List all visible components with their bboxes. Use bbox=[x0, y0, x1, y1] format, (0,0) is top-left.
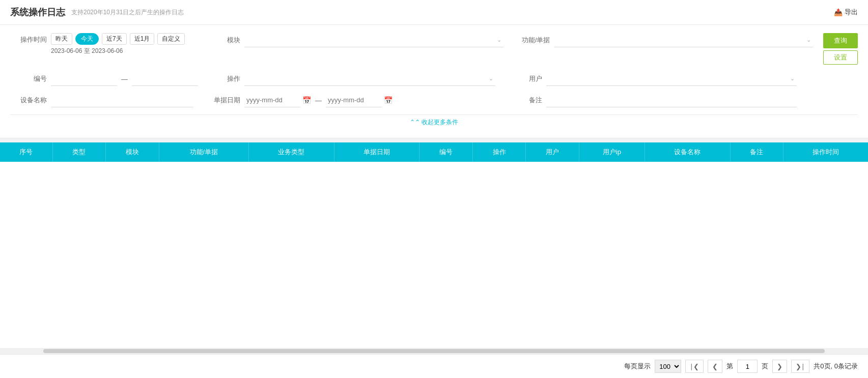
col-device: 设备名称 bbox=[645, 142, 730, 162]
action-buttons: 查询 设置 bbox=[823, 33, 858, 65]
number-label: 编号 bbox=[10, 74, 51, 83]
operation-filter: 操作 ⌄ bbox=[204, 72, 495, 86]
export-label: 导出 bbox=[845, 8, 858, 17]
query-button[interactable]: 查询 bbox=[823, 33, 858, 48]
module-filter: 模块 ⌄ bbox=[204, 33, 503, 47]
page-container: 系统操作日志 支持2020年10月31日之后产生的操作日志 📤 导出 操作时间 … bbox=[0, 0, 868, 378]
col-number: 编号 bbox=[419, 142, 472, 162]
time-buttons: 昨天 今天 近7天 近1月 自定义 bbox=[51, 33, 185, 45]
number-filter: 编号 — bbox=[10, 72, 204, 86]
page-header: 系统操作日志 支持2020年10月31日之后产生的操作日志 📤 导出 bbox=[0, 0, 868, 25]
page-size-wrapper: 100 50 200 bbox=[655, 360, 681, 373]
filter-area: 操作时间 昨天 今天 近7天 近1月 自定义 2023-06-06 至 2023… bbox=[0, 25, 868, 138]
voucher-date-filter: 单据日期 📅 — 📅 bbox=[204, 93, 495, 107]
col-voucher-date: 单据日期 bbox=[334, 142, 419, 162]
voucher-date-start-input[interactable] bbox=[244, 93, 300, 107]
number-end-input[interactable] bbox=[132, 72, 198, 86]
col-function: 功能/单据 bbox=[159, 142, 248, 162]
remark-input[interactable] bbox=[546, 93, 797, 107]
time-filter-wrapper: 昨天 今天 近7天 近1月 自定义 2023-06-06 至 2023-06-0… bbox=[51, 33, 185, 55]
operation-chevron-icon: ⌄ bbox=[489, 75, 493, 82]
settings-button[interactable]: 设置 bbox=[823, 50, 858, 65]
time-btn-custom[interactable]: 自定义 bbox=[157, 33, 185, 45]
function-dropdown[interactable]: ⌄ bbox=[554, 33, 814, 47]
number-start-input[interactable] bbox=[51, 72, 117, 86]
col-type: 类型 bbox=[52, 142, 105, 162]
module-chevron-icon: ⌄ bbox=[497, 37, 501, 43]
collapse-text: 收起更多条件 bbox=[422, 119, 458, 126]
pagination-bar: 每页显示 100 50 200 ∣❮ ❮ 第 页 ❯ ❯∣ 共0页, 0条记录 bbox=[0, 354, 868, 378]
voucher-date-dash: — bbox=[315, 97, 322, 104]
voucher-date-label: 单据日期 bbox=[204, 96, 244, 105]
col-index: 序号 bbox=[0, 142, 52, 162]
function-chevron-icon: ⌄ bbox=[806, 37, 811, 43]
remark-label: 备注 bbox=[506, 96, 546, 105]
number-dash: — bbox=[121, 75, 128, 83]
page-title: 系统操作日志 bbox=[10, 6, 65, 18]
device-input[interactable] bbox=[51, 93, 193, 107]
module-label: 模块 bbox=[204, 36, 244, 45]
scrollbar-thumb bbox=[43, 349, 825, 353]
last-page-button[interactable]: ❯∣ bbox=[791, 360, 809, 373]
prev-page-button[interactable]: ❮ bbox=[708, 360, 722, 373]
operation-label: 操作 bbox=[204, 74, 244, 83]
data-table: 序号 类型 模块 功能/单据 业务类型 单据日期 编号 操作 用户 用户ip 设… bbox=[0, 142, 868, 162]
export-button[interactable]: 📤 导出 bbox=[834, 8, 858, 17]
scrollbar-area[interactable] bbox=[0, 348, 868, 354]
col-operation: 操作 bbox=[472, 142, 525, 162]
first-page-button[interactable]: ∣❮ bbox=[685, 360, 704, 373]
calendar-start-icon[interactable]: 📅 bbox=[302, 96, 311, 104]
device-filter: 设备名称 bbox=[10, 93, 204, 107]
calendar-end-icon[interactable]: 📅 bbox=[384, 96, 393, 104]
voucher-date-end-input[interactable] bbox=[326, 93, 382, 107]
col-user: 用户 bbox=[526, 142, 579, 162]
time-btn-yesterday[interactable]: 昨天 bbox=[51, 33, 72, 45]
next-page-button[interactable]: ❯ bbox=[772, 360, 787, 373]
collapse-bar[interactable]: ⌃⌃ 收起更多条件 bbox=[10, 114, 858, 130]
function-label: 功能/单据 bbox=[514, 36, 554, 45]
table-container: 序号 类型 模块 功能/单据 业务类型 单据日期 编号 操作 用户 用户ip 设… bbox=[0, 142, 868, 195]
time-filter-group: 操作时间 昨天 今天 近7天 近1月 自定义 2023-06-06 至 2023… bbox=[10, 33, 204, 55]
table-header-row: 序号 类型 模块 功能/单据 业务类型 单据日期 编号 操作 用户 用户ip 设… bbox=[0, 142, 868, 162]
function-filter: 功能/单据 ⌄ bbox=[514, 33, 814, 47]
filter-row-1: 操作时间 昨天 今天 近7天 近1月 自定义 2023-06-06 至 2023… bbox=[10, 33, 858, 65]
page-input[interactable] bbox=[737, 360, 758, 373]
header-left: 系统操作日志 支持2020年10月31日之后产生的操作日志 bbox=[10, 6, 184, 18]
page-subtitle: 支持2020年10月31日之后产生的操作日志 bbox=[71, 8, 184, 17]
voucher-date-end-wrapper: 📅 bbox=[326, 93, 393, 107]
col-biz-type: 业务类型 bbox=[249, 142, 334, 162]
user-filter: 用户 ⌄ bbox=[506, 72, 797, 86]
col-op-time: 操作时间 bbox=[783, 142, 868, 162]
total-text: 共0页, 0条记录 bbox=[814, 362, 858, 371]
page-size-select[interactable]: 100 50 200 bbox=[655, 360, 681, 373]
module-dropdown[interactable]: ⌄ bbox=[244, 33, 503, 47]
page-size-label: 每页显示 bbox=[624, 362, 651, 371]
page-label-before: 第 bbox=[726, 362, 733, 371]
user-label: 用户 bbox=[506, 74, 546, 83]
user-dropdown[interactable]: ⌄ bbox=[546, 72, 797, 86]
time-label: 操作时间 bbox=[10, 35, 51, 44]
operation-dropdown[interactable]: ⌄ bbox=[244, 72, 495, 86]
collapse-icon: ⌃⌃ bbox=[410, 119, 420, 126]
table-header: 序号 类型 模块 功能/单据 业务类型 单据日期 编号 操作 用户 用户ip 设… bbox=[0, 142, 868, 162]
time-date-range: 2023-06-06 至 2023-06-06 bbox=[51, 47, 185, 55]
col-user-ip: 用户ip bbox=[579, 142, 645, 162]
voucher-date-start-wrapper: 📅 bbox=[244, 93, 311, 107]
filter-row-2: 编号 — 操作 ⌄ 用户 ⌄ bbox=[10, 72, 858, 86]
time-btn-1month[interactable]: 近1月 bbox=[130, 33, 155, 45]
remark-filter: 备注 bbox=[506, 93, 797, 107]
empty-area bbox=[0, 195, 868, 348]
export-icon: 📤 bbox=[834, 8, 843, 16]
col-module: 模块 bbox=[106, 142, 159, 162]
user-chevron-icon: ⌄ bbox=[790, 75, 795, 82]
col-remark: 备注 bbox=[730, 142, 783, 162]
page-label-after: 页 bbox=[762, 362, 768, 371]
time-btn-7days[interactable]: 近7天 bbox=[102, 33, 127, 45]
device-label: 设备名称 bbox=[10, 96, 51, 105]
time-btn-today[interactable]: 今天 bbox=[75, 33, 99, 45]
filter-row-3: 设备名称 单据日期 📅 — 📅 备注 bbox=[10, 93, 858, 107]
